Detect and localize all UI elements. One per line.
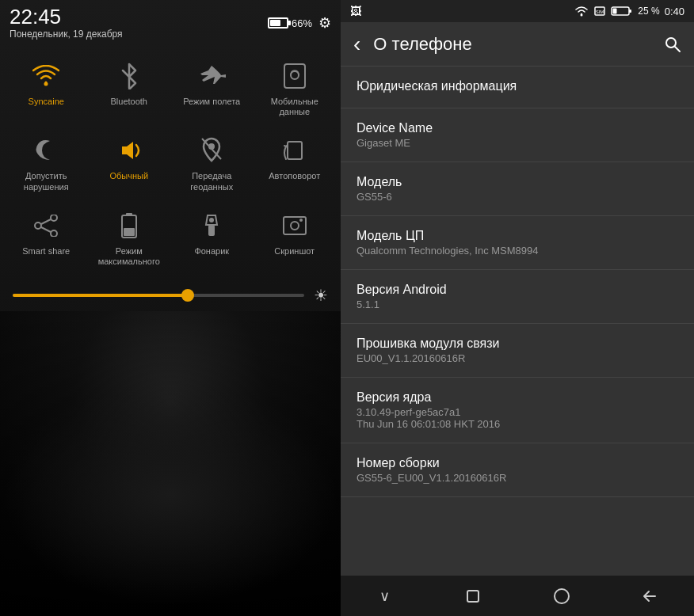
svg-rect-5 [288, 142, 302, 159]
list-item-kernel[interactable]: Версия ядра 3.10.49-perf-ge5ac7a1 Thu Ju… [341, 378, 694, 443]
list-item-title-model: Модель [357, 175, 678, 189]
svg-point-7 [51, 215, 57, 221]
qs-smartshare[interactable]: Smart share [6, 200, 86, 272]
qs-autorotate[interactable]: Автоповорот [255, 125, 335, 196]
battery-status-icon [611, 6, 633, 17]
brightness-icon: ☀ [314, 286, 328, 305]
list-item-title-kernel: Версия ядра [357, 390, 678, 405]
screenshot-icon [277, 208, 312, 243]
list-item-title-build: Номер сборки [357, 456, 678, 470]
wifi-icon [29, 59, 63, 93]
nav-recents-button[interactable] [449, 579, 497, 614]
list-item-title-cpu: Модель ЦП [357, 229, 678, 243]
qs-dnd[interactable]: Допуститьнарушения [6, 125, 86, 196]
nav-home-button[interactable] [538, 579, 585, 614]
right-panel: 🖼 SIM 25 % 0:40 ‹ О телефоне [341, 0, 694, 616]
qs-screenshot[interactable]: Скриншот [255, 200, 335, 272]
list-item-sub-build: GS55-6_EU00_V1.1.20160616R [357, 472, 678, 484]
battery-percent: 66% [292, 17, 312, 29]
down-icon: ∨ [379, 587, 390, 605]
list-item-build[interactable]: Номер сборки GS55-6_EU00_V1.1.20160616R [341, 443, 694, 497]
date-display: Понедельник, 19 декабря [10, 29, 123, 40]
location-icon [194, 133, 229, 168]
qs-flashlight-label: Фонарик [194, 246, 229, 257]
qs-airplane[interactable]: Режим полета [172, 51, 252, 122]
list-item-sub-device-name: Gigaset ME [357, 137, 678, 149]
back-button[interactable]: ‹ [353, 32, 360, 57]
bottom-nav: ∨ [341, 575, 694, 616]
image-icon: 🖼 [350, 5, 361, 17]
slider-thumb[interactable] [181, 289, 194, 302]
svg-point-29 [555, 589, 569, 603]
qs-airplane-label: Режим полета [183, 97, 240, 107]
svg-line-9 [41, 219, 51, 224]
rotate-icon [277, 133, 312, 168]
nav-back-button[interactable] [626, 579, 673, 614]
qs-data-label: Мобильныеданные [271, 97, 318, 117]
recents-icon [465, 588, 481, 604]
qs-wifi-label: Syncaine [29, 97, 64, 107]
status-right-icons: SIM 25 % 0:40 [574, 6, 684, 17]
qs-flashlight[interactable]: Фонарик [172, 200, 252, 272]
time-block: 22:45 Понедельник, 19 декабря [10, 6, 123, 40]
qs-screenshot-label: Скриншот [274, 246, 315, 257]
wifi-status-icon [574, 6, 589, 17]
list-item-title-legal: Юридическая информация [357, 79, 678, 93]
list-item-cpu[interactable]: Модель ЦП Qualcomm Technologies, Inc MSM… [341, 216, 694, 270]
list-item-title-firmware: Прошивка модуля связи [357, 337, 678, 351]
search-button[interactable] [664, 36, 681, 53]
qs-data[interactable]: Мобильныеданные [255, 51, 335, 122]
bluetooth-icon [112, 59, 147, 93]
status-icons-left: 66% ⚙ [268, 14, 331, 32]
status-bar-left: 22:45 Понедельник, 19 декабря 66% ⚙ [0, 0, 341, 43]
battery-percent-right: 25 % [638, 6, 659, 17]
qs-bluetooth[interactable]: Bluetooth [90, 51, 170, 122]
sim-status-icon: SIM [593, 6, 606, 17]
list-item-title-device-name: Device Name [357, 121, 678, 135]
wallpaper-area [0, 311, 341, 616]
list-item-sub-firmware: EU00_V1.1.20160616R [357, 352, 678, 364]
battery-indicator: 66% [268, 17, 312, 29]
qs-maxmode[interactable]: Режиммаксимального [90, 200, 170, 272]
svg-point-20 [581, 14, 583, 17]
content-list: Юридическая информация Device Name Gigas… [341, 67, 694, 575]
svg-line-10 [41, 227, 51, 232]
time-right: 0:40 [665, 6, 684, 17]
brightness-track[interactable] [13, 294, 304, 297]
list-item-firmware[interactable]: Прошивка модуля связи EU00_V1.1.20160616… [341, 324, 694, 378]
svg-rect-24 [629, 10, 631, 13]
qs-location[interactable]: Передачагеоданных [172, 125, 252, 196]
mobile-data-icon [277, 59, 312, 93]
home-icon [553, 587, 570, 605]
list-item-title-android: Версия Android [357, 283, 678, 297]
list-item-legal[interactable]: Юридическая информация [341, 67, 694, 108]
list-item-device-name[interactable]: Device Name Gigaset ME [341, 108, 694, 162]
qs-wifi[interactable]: Syncaine [6, 51, 86, 122]
svg-point-0 [44, 82, 48, 86]
qs-maxmode-label: Режиммаксимального [98, 246, 160, 267]
list-item-sub-model: GS55-6 [357, 191, 678, 203]
qs-autorotate-label: Автоповорот [269, 171, 320, 181]
svg-rect-15 [208, 225, 215, 236]
svg-point-6 [35, 222, 41, 229]
quick-settings: Syncaine Bluetooth Режим полета [0, 43, 341, 279]
svg-line-27 [675, 47, 680, 51]
svg-rect-12 [126, 213, 132, 216]
settings-icon[interactable]: ⚙ [318, 14, 331, 32]
qs-smartshare-label: Smart share [22, 246, 70, 257]
qs-grid: Syncaine Bluetooth Режим полета [6, 51, 334, 272]
share-icon [29, 208, 63, 243]
svg-rect-25 [613, 9, 617, 14]
moon-icon [29, 133, 63, 168]
clock-time: 22:45 [10, 6, 123, 27]
page-title: О телефоне [373, 34, 651, 55]
qs-bluetooth-label: Bluetooth [111, 97, 147, 107]
qs-dnd-label: Допуститьнарушения [24, 171, 69, 192]
qs-sound[interactable]: Обычный [90, 125, 170, 196]
list-item-model[interactable]: Модель GS55-6 [341, 162, 694, 216]
list-item-android[interactable]: Версия Android 5.1.1 [341, 270, 694, 324]
speaker-icon [112, 133, 147, 168]
svg-point-16 [209, 218, 214, 222]
nav-down-button[interactable]: ∨ [361, 579, 409, 614]
svg-point-18 [299, 219, 303, 222]
